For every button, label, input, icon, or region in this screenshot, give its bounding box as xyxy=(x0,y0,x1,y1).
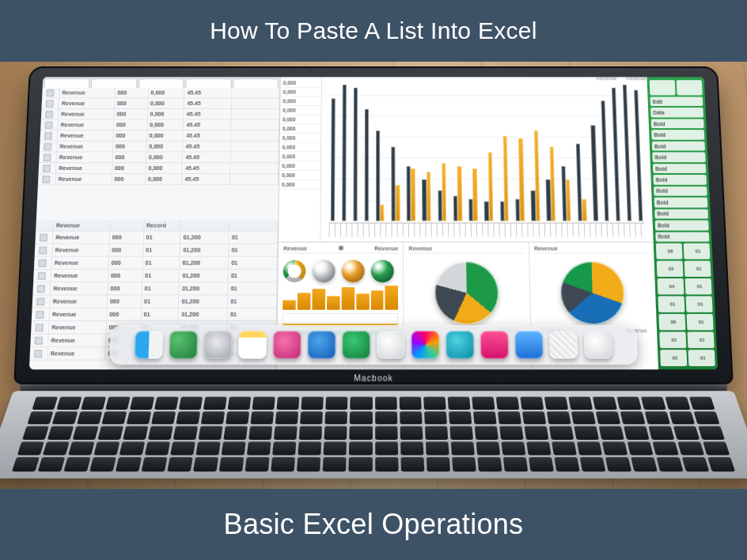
panel-chip: Bold xyxy=(652,142,705,151)
chart-axis xyxy=(329,222,646,236)
chart-bar xyxy=(582,199,586,221)
dock-app-icon[interactable] xyxy=(515,331,544,358)
ribbon-side-panel: EditDataBoldBoldBoldBoldBoldBoldBoldBold… xyxy=(647,77,719,369)
panel-chip: Bold xyxy=(654,209,708,218)
main-chart-area: 0,0000,0000,0000,0000,0000,0000,0000,000… xyxy=(279,77,654,242)
macos-dock[interactable] xyxy=(109,325,637,365)
table-row: Revenue 000 01 01,200 01 xyxy=(33,270,277,282)
chart-bar xyxy=(601,100,609,221)
sphere-silver-icon xyxy=(313,260,336,282)
table-row: Revenue 000 0,000 45.45 xyxy=(42,88,280,98)
dock-app-icon[interactable] xyxy=(169,331,198,358)
chart-legend: RevenueRevenue xyxy=(596,77,647,81)
table-row: Revenue 000 0,000 45.45 xyxy=(40,119,279,131)
dock-app-icon[interactable] xyxy=(273,331,301,358)
panel-chip: Bold xyxy=(651,130,704,139)
dock-app-icon[interactable] xyxy=(203,331,232,358)
dock-app-icon[interactable] xyxy=(308,331,336,358)
panel-cell: 04 xyxy=(658,278,684,294)
laptop-brand: Macbook xyxy=(354,373,393,382)
list-item: 0,000 xyxy=(280,106,320,115)
donut-icon xyxy=(283,260,306,282)
table-row: Revenue 000 0,000 45.45 xyxy=(40,131,279,142)
chart-bar xyxy=(353,87,358,221)
table-row: Revenue 000 01 01,200 01 xyxy=(34,257,278,270)
panel-chip: Edit xyxy=(650,96,703,106)
chart-bar xyxy=(364,109,369,221)
table-row: Revenue 000 0,000 45.45 xyxy=(38,174,279,185)
dock-app-icon[interactable] xyxy=(584,331,612,358)
list-item: 0,000 xyxy=(280,143,321,153)
dock-app-icon[interactable] xyxy=(480,331,509,358)
mini-bar-chart xyxy=(282,286,398,310)
chart-bar xyxy=(518,138,525,221)
dock-app-icon[interactable] xyxy=(446,331,474,358)
page-title: How To Paste A List Into Excel xyxy=(210,17,537,44)
panel-cell: 02 xyxy=(660,350,687,366)
section-divider: Revenue Record xyxy=(36,220,278,231)
chart-bar xyxy=(442,163,446,221)
dock-app-icon[interactable] xyxy=(135,331,163,358)
panel-cell: 01 xyxy=(684,261,711,277)
dock-app-icon[interactable] xyxy=(342,331,370,358)
list-item: 0,000 xyxy=(280,96,320,106)
table-row: Revenue 000 0,000 45.45 xyxy=(39,152,279,163)
table-row: Revenue 000 0,000 45.45 xyxy=(41,109,279,120)
table-row: Revenue 000 01 01,200 01 xyxy=(32,295,278,308)
chart-bar xyxy=(612,87,620,221)
chart-bar xyxy=(566,180,571,221)
pie-chart-icon xyxy=(560,262,626,325)
chart-side-values: 0,0000,0000,0000,0000,0000,0000,0000,000… xyxy=(279,77,322,241)
dock-app-icon[interactable] xyxy=(549,331,578,358)
table-row: Revenue 000 0,000 45.45 xyxy=(41,98,279,109)
panel-chip: Bold xyxy=(653,164,706,173)
laptop-bezel: Revenue 000 0,000 45.45 Revenue 000 0,00… xyxy=(13,66,734,384)
list-item: 0,000 xyxy=(280,88,320,97)
panel-chip: Bold xyxy=(654,198,708,207)
dock-app-icon[interactable] xyxy=(238,331,267,358)
panel-chip: Bold xyxy=(654,186,707,195)
panel-cell xyxy=(677,80,703,95)
dock-app-icon[interactable] xyxy=(377,331,404,358)
list-item: 0,000 xyxy=(279,180,320,190)
panel-chip: Data xyxy=(650,108,703,117)
chart-bar xyxy=(331,98,336,221)
panel-chip: Bold xyxy=(652,153,705,162)
laptop: Revenue 000 0,000 45.45 Revenue 000 0,00… xyxy=(7,66,739,509)
panel-cell: 01 xyxy=(688,350,715,366)
chart-bar xyxy=(488,152,494,221)
list-item: 0,000 xyxy=(279,171,320,180)
panel-cell: 01 xyxy=(658,296,684,312)
table-row: Revenue 000 01 01,200 01 xyxy=(32,282,277,295)
dock-app-icon[interactable] xyxy=(411,331,440,358)
hero-stage: Revenue 000 0,000 45.45 Revenue 000 0,00… xyxy=(0,62,747,489)
panel-chip: Bold xyxy=(655,232,709,242)
sphere-green-icon xyxy=(371,260,394,282)
chart-bar xyxy=(634,90,643,221)
list-item: 0,000 xyxy=(279,161,320,171)
pie-chart-icon xyxy=(434,262,499,325)
panel-cell xyxy=(650,80,676,95)
panel-cell: 01 xyxy=(686,296,713,312)
table-row: Revenue 000 01 01,200 01 xyxy=(35,244,278,257)
title-banner: How To Paste A List Into Excel xyxy=(0,0,747,62)
list-item: 0,000 xyxy=(279,152,320,161)
panel-cell: 01 xyxy=(685,278,712,294)
laptop-screen: Revenue 000 0,000 45.45 Revenue 000 0,00… xyxy=(29,77,718,369)
panel-cell: 02 xyxy=(657,261,684,277)
panel-chip: Bold xyxy=(655,221,709,230)
list-item: 0,000 xyxy=(280,115,321,125)
table-row: Revenue 000 0,000 45.45 xyxy=(40,142,279,153)
laptop-keyboard-deck xyxy=(0,391,747,478)
panel-cell: 01 xyxy=(687,314,714,331)
chart-bar xyxy=(503,136,509,221)
table-row: Revenue 000 01 01,200 01 xyxy=(35,231,278,244)
panel-chip: Bold xyxy=(653,175,707,184)
sheet-tabs xyxy=(43,77,280,87)
list-item: 0,000 xyxy=(280,134,321,143)
chart-bar xyxy=(591,125,598,221)
chart-bar xyxy=(427,172,431,221)
chart-bar xyxy=(380,204,385,221)
chart-bar xyxy=(457,166,462,221)
chart-bar xyxy=(623,85,632,221)
